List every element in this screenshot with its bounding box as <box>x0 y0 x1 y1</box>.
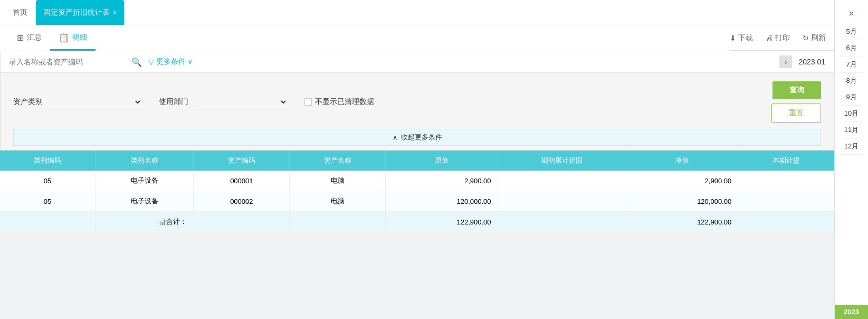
sidebar-month-item[interactable]: 10月 <box>840 106 863 122</box>
refresh-button[interactable]: ↻ 刷新 <box>803 33 826 43</box>
total-icon: 📊 <box>158 218 166 226</box>
table-total-row: 📊合计：122,900.00122,900.00 <box>0 212 834 232</box>
search-input[interactable] <box>9 58 125 66</box>
no-cleared-checkbox[interactable] <box>304 98 312 106</box>
table-cell <box>738 171 834 191</box>
table-cell <box>498 191 626 212</box>
detail-icon: 📋 <box>59 33 69 43</box>
department-select[interactable] <box>193 95 288 109</box>
table-header: 原值 <box>385 151 498 171</box>
advanced-filter: 资产类别 使用部门 不显示已清理数据 查询 重置 ∧ 收起更 <box>0 73 834 151</box>
table-header: 净值 <box>626 151 738 171</box>
tab-detail-label: 明细 <box>72 33 87 42</box>
table-cell: 电脑 <box>290 171 386 191</box>
table-cell: 000002 <box>194 191 290 212</box>
table-cell: 电子设备 <box>96 191 194 212</box>
department-field: 使用部门 <box>159 95 288 109</box>
table-cell: 05 <box>0 191 96 212</box>
sidebar-month-item[interactable]: 9月 <box>840 89 863 106</box>
summary-icon: ⊞ <box>17 33 24 43</box>
filter-bar: 🔍 ▽ 更多条件 ∨ › 2023.01 <box>0 51 834 73</box>
table-cell: 电脑 <box>290 191 386 212</box>
right-sidebar: × 5月6月7月8月9月10月11月12月 2023 <box>834 0 868 319</box>
total-cell <box>498 212 626 232</box>
table-header-row: 类别编码类别名称资产编码资产名称原值期初累计折旧净值本期计提 <box>0 151 834 171</box>
table-header: 资产编码 <box>194 151 290 171</box>
total-cell: 📊合计： <box>96 212 194 232</box>
data-table: 类别编码类别名称资产编码资产名称原值期初累计折旧净值本期计提 05电子设备000… <box>0 151 834 232</box>
total-cell <box>738 212 834 232</box>
query-button[interactable]: 查询 <box>772 81 821 99</box>
table-header: 类别名称 <box>96 151 194 171</box>
tab-summary-label: 汇总 <box>27 33 42 42</box>
table-header: 本期计提 <box>738 151 834 171</box>
window-close-button[interactable]: × <box>844 4 859 24</box>
table-header: 类别编码 <box>0 151 96 171</box>
table-cell: 2,900.00 <box>626 171 738 191</box>
table-cell <box>498 171 626 191</box>
total-cell: 122,900.00 <box>626 212 738 232</box>
table-cell: 120,000.00 <box>385 191 498 212</box>
sub-tab-bar: ⊞ 汇总 📋 明细 ⬇ 下载 🖨 打印 ↻ 刷新 <box>0 25 834 51</box>
sidebar-month-item[interactable]: 12月 <box>840 138 863 155</box>
date-label: 2023.01 <box>798 58 825 66</box>
toolbar: ⬇ 下载 🖨 打印 ↻ 刷新 <box>730 33 834 43</box>
print-button[interactable]: 🖨 打印 <box>766 33 790 43</box>
table-header: 期初累计折旧 <box>498 151 626 171</box>
total-cell <box>0 212 96 232</box>
more-filter-button[interactable]: ▽ 更多条件 ∨ <box>148 57 193 67</box>
table-cell: 05 <box>0 171 96 191</box>
table-header: 资产名称 <box>290 151 386 171</box>
collapse-label: 收起更多条件 <box>401 133 442 142</box>
home-nav-item[interactable]: 首页 <box>8 8 32 17</box>
chevron-down-icon: ∨ <box>188 58 193 65</box>
total-cell <box>290 212 386 232</box>
table-row: 05电子设备000002电脑120,000.00120,000.00 <box>0 191 834 212</box>
sidebar-month-item[interactable]: 8月 <box>840 73 863 89</box>
tab-detail[interactable]: 📋 明细 <box>50 26 96 51</box>
date-nav-button[interactable]: › <box>779 55 792 68</box>
asset-category-field: 资产类别 <box>13 95 142 109</box>
sidebar-month-item[interactable]: 7月 <box>840 57 863 73</box>
active-tab[interactable]: 固定资产折旧统计表 × <box>36 0 124 25</box>
tab-close-button[interactable]: × <box>113 9 117 16</box>
print-label: 打印 <box>775 33 790 43</box>
download-label: 下载 <box>738 33 753 43</box>
action-buttons: 查询 重置 <box>771 81 821 123</box>
reset-button[interactable]: 重置 <box>771 104 821 123</box>
top-nav: 首页 固定资产折旧统计表 × <box>0 0 834 25</box>
table-cell: 000001 <box>194 171 290 191</box>
table-cell <box>738 191 834 212</box>
sub-tabs: ⊞ 汇总 📋 明细 <box>0 25 730 51</box>
filter-row: 资产类别 使用部门 不显示已清理数据 查询 重置 <box>13 81 821 123</box>
download-icon: ⬇ <box>730 34 736 42</box>
sidebar-months: 5月6月7月8月9月10月11月12月 <box>840 24 863 155</box>
sidebar-month-item[interactable]: 5月 <box>840 24 863 40</box>
table-cell: 120,000.00 <box>626 191 738 212</box>
main-content: 首页 固定资产折旧统计表 × ⊞ 汇总 📋 明细 ⬇ 下载 🖨 打印 <box>0 0 834 232</box>
print-icon: 🖨 <box>766 34 773 42</box>
tab-label: 固定资产折旧统计表 <box>43 8 110 17</box>
no-cleared-field: 不显示已清理数据 <box>304 97 374 107</box>
asset-category-label: 资产类别 <box>13 97 43 107</box>
sidebar-month-item[interactable]: 6月 <box>840 40 863 57</box>
refresh-label: 刷新 <box>811 33 826 43</box>
total-cell: 122,900.00 <box>385 212 498 232</box>
table-cell: 2,900.00 <box>385 171 498 191</box>
asset-category-select[interactable] <box>47 95 142 109</box>
table-row: 05电子设备000001电脑2,900.002,900.00 <box>0 171 834 191</box>
more-filter-label: 更多条件 <box>156 57 186 67</box>
department-label: 使用部门 <box>159 97 188 107</box>
total-cell <box>194 212 290 232</box>
tab-summary[interactable]: ⊞ 汇总 <box>8 26 50 51</box>
filter-icon: ▽ <box>148 58 154 66</box>
collapse-icon: ∧ <box>393 134 398 142</box>
no-cleared-label: 不显示已清理数据 <box>315 97 374 107</box>
refresh-icon: ↻ <box>803 34 809 42</box>
sidebar-year[interactable]: 2023 <box>835 305 868 319</box>
sidebar-month-item[interactable]: 11月 <box>840 122 863 138</box>
download-button[interactable]: ⬇ 下载 <box>730 33 753 43</box>
data-table-container: 类别编码类别名称资产编码资产名称原值期初累计折旧净值本期计提 05电子设备000… <box>0 151 834 232</box>
search-icon[interactable]: 🔍 <box>131 57 142 67</box>
collapse-button[interactable]: ∧ 收起更多条件 <box>13 129 821 146</box>
